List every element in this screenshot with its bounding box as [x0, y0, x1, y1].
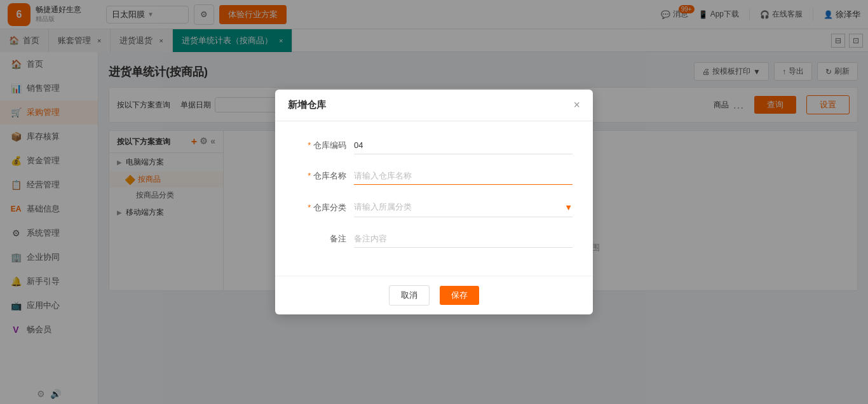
remark-label: 备注 — [295, 233, 346, 245]
cancel-button[interactable]: 取消 — [389, 285, 430, 306]
code-input[interactable] — [354, 137, 573, 154]
modal-title: 新增仓库 — [288, 99, 326, 111]
category-label: 仓库分类 — [295, 202, 346, 213]
modal-footer: 取消 保存 — [275, 276, 593, 314]
remark-field-row: 备注 — [295, 230, 573, 248]
modal-close-button[interactable]: × — [573, 98, 580, 112]
code-label: 仓库编码 — [295, 140, 346, 151]
name-label: 仓库名称 — [295, 170, 346, 182]
modal-overlay: 新增仓库 × 仓库编码 仓库名称 仓库分类 请输入所属分类 ▼ — [0, 0, 868, 404]
remark-input[interactable] — [354, 230, 573, 248]
save-button[interactable]: 保存 — [440, 286, 479, 305]
code-field-row: 仓库编码 — [295, 137, 573, 154]
add-warehouse-modal: 新增仓库 × 仓库编码 仓库名称 仓库分类 请输入所属分类 ▼ — [275, 90, 593, 314]
name-field-row: 仓库名称 — [295, 167, 573, 185]
category-select[interactable]: 请输入所属分类 ▼ — [354, 198, 573, 217]
category-field-row: 仓库分类 请输入所属分类 ▼ — [295, 198, 573, 217]
category-dropdown-icon: ▼ — [564, 203, 573, 212]
modal-header: 新增仓库 × — [275, 90, 593, 121]
modal-body: 仓库编码 仓库名称 仓库分类 请输入所属分类 ▼ 备注 — [275, 121, 593, 276]
name-input[interactable] — [354, 167, 573, 185]
